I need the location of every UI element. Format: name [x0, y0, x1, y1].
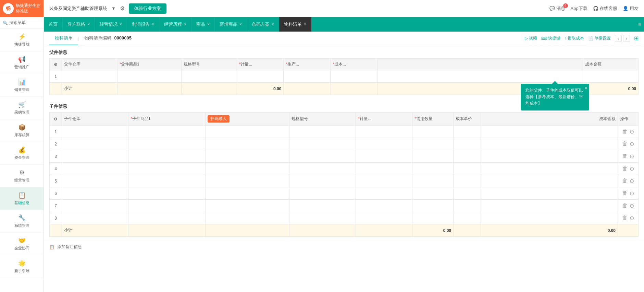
sidebar-item-inventory[interactable]: 📦 库存核算 — [0, 119, 44, 142]
sidebar-item-operations[interactable]: ⚙ 经营管理 — [0, 165, 44, 187]
child-col-gear[interactable]: ⚙ — [50, 113, 62, 126]
child-row-unit[interactable] — [356, 150, 412, 163]
message-badge[interactable]: 💬 6 消息 — [549, 5, 565, 12]
sidebar-item-basic-info[interactable]: 📋 基础信息 — [0, 187, 44, 210]
child-row-warehouse[interactable] — [62, 150, 128, 163]
child-row-product[interactable] — [128, 212, 206, 224]
child-row-unit-cost[interactable] — [454, 187, 481, 200]
delete-icon[interactable]: 🗑 — [622, 190, 628, 197]
child-row-unit-cost[interactable] — [454, 150, 481, 163]
child-row-scan[interactable] — [206, 138, 289, 150]
parent-row-1-spec[interactable] — [181, 70, 237, 83]
tab-customers[interactable]: 客户联络 × — [63, 17, 95, 32]
delete-icon[interactable]: 🗑 — [622, 141, 628, 147]
search-menu[interactable]: 🔍 搜索菜单 — [0, 17, 44, 29]
copy-icon[interactable]: ⊙ — [630, 215, 634, 221]
child-row-unit-cost[interactable] — [454, 138, 481, 150]
child-row-unit[interactable] — [356, 138, 412, 150]
child-row-product[interactable] — [128, 150, 206, 163]
child-row-spec[interactable] — [289, 138, 356, 150]
tab-operations-close[interactable]: × — [120, 22, 122, 27]
child-row-product[interactable] — [128, 163, 206, 175]
sidebar-item-purchase[interactable]: 🛒 采购管理 — [0, 97, 44, 119]
tab-bom-close[interactable]: × — [304, 22, 306, 27]
child-row-spec[interactable] — [289, 200, 356, 212]
copy-icon[interactable]: ⊙ — [630, 202, 634, 209]
sidebar-item-sales[interactable]: 📊 销售管理 — [0, 74, 44, 97]
child-row-quantity[interactable] — [412, 212, 454, 224]
child-row-scan[interactable] — [206, 187, 289, 200]
tab-bom[interactable]: 物料清单 × — [279, 17, 311, 32]
parent-row-1-product[interactable] — [117, 70, 181, 83]
child-row-unit-cost[interactable] — [454, 212, 481, 224]
single-settings-action[interactable]: 📄 单据设置 — [588, 35, 611, 41]
tab-new-product-close[interactable]: × — [239, 22, 242, 27]
scan-button[interactable]: 扫码录入 — [208, 115, 230, 122]
child-row-product[interactable] — [128, 187, 206, 200]
tab-products[interactable]: 商品 × — [191, 17, 215, 32]
child-row-unit-cost[interactable] — [454, 126, 481, 138]
tab-products-close[interactable]: × — [207, 22, 210, 27]
user-avatar[interactable]: 👤 用友 — [623, 5, 639, 12]
child-row-unit-cost[interactable] — [454, 175, 481, 187]
child-row-quantity[interactable] — [412, 150, 454, 163]
tab-barcode-close[interactable]: × — [272, 22, 274, 27]
child-row-spec[interactable] — [289, 150, 356, 163]
child-row-warehouse[interactable] — [62, 163, 128, 175]
tab-barcode[interactable]: 条码方案 × — [247, 17, 279, 32]
child-row-spec[interactable] — [289, 126, 356, 138]
parent-row-1-warehouse[interactable] — [62, 70, 117, 83]
child-row-scan[interactable] — [206, 175, 289, 187]
shortcut-action[interactable]: ⌨ 快捷键 — [541, 35, 560, 41]
sidebar-item-marketing[interactable]: 📢 营销推广 — [0, 51, 44, 74]
parent-row-1-unit[interactable] — [237, 70, 284, 83]
child-row-product[interactable] — [128, 175, 206, 187]
tab-new-product[interactable]: 新增商品 × — [215, 17, 247, 32]
child-row-unit[interactable] — [356, 212, 412, 224]
tab-profit-close[interactable]: × — [152, 22, 154, 27]
delete-icon[interactable]: 🗑 — [622, 165, 628, 172]
child-row-warehouse[interactable] — [62, 200, 128, 212]
child-row-spec[interactable] — [289, 163, 356, 175]
settings-icon[interactable]: ⚙ — [120, 5, 125, 12]
child-row-unit[interactable] — [356, 175, 412, 187]
child-row-quantity[interactable] — [412, 187, 454, 200]
child-row-scan[interactable] — [206, 212, 289, 224]
tab-customers-close[interactable]: × — [87, 22, 90, 27]
child-row-scan[interactable] — [206, 126, 289, 138]
parent-row-1-production[interactable] — [284, 70, 331, 83]
child-row-scan[interactable] — [206, 163, 289, 175]
tab-history[interactable]: 经营历程 × — [159, 17, 191, 32]
child-row-quantity[interactable] — [412, 138, 454, 150]
child-row-quantity[interactable] — [412, 126, 454, 138]
copy-icon[interactable]: ⊙ — [630, 128, 634, 135]
child-row-product[interactable] — [128, 126, 206, 138]
parent-row-1-cost[interactable] — [331, 70, 377, 83]
child-row-unit-cost[interactable] — [454, 163, 481, 175]
delete-icon[interactable]: 🗑 — [622, 215, 628, 221]
child-row-scan[interactable] — [206, 200, 289, 212]
tab-profit[interactable]: 利润报告 × — [127, 17, 159, 32]
parent-col-gear[interactable]: ⚙ — [50, 59, 62, 70]
sidebar-item-finance[interactable]: 💰 资金管理 — [0, 142, 44, 165]
copy-icon[interactable]: ⊙ — [630, 141, 634, 147]
sidebar-item-system[interactable]: 🔧 系统管理 — [0, 210, 44, 233]
copy-icon[interactable]: ⊙ — [630, 190, 634, 197]
tab-operations[interactable]: 经营情况 × — [95, 17, 127, 32]
delete-icon[interactable]: 🗑 — [622, 128, 628, 135]
grid-view-icon[interactable]: ⊞ — [634, 35, 639, 42]
tab-history-close[interactable]: × — [184, 22, 186, 27]
delete-icon[interactable]: 🗑 — [622, 153, 628, 160]
copy-icon[interactable]: ⊙ — [630, 153, 634, 160]
sidebar-item-quick-nav[interactable]: ⚡ 快捷导航 — [0, 29, 44, 51]
delete-icon[interactable]: 🗑 — [622, 202, 628, 209]
child-row-warehouse[interactable] — [62, 138, 128, 150]
child-row-quantity[interactable] — [412, 200, 454, 212]
child-row-warehouse[interactable] — [62, 187, 128, 200]
child-row-product[interactable] — [128, 200, 206, 212]
sidebar-item-guide[interactable]: 🌟 新手引导 — [0, 255, 44, 278]
child-row-unit[interactable] — [356, 200, 412, 212]
nav-next[interactable]: › — [623, 35, 630, 42]
child-row-warehouse[interactable] — [62, 126, 128, 138]
close-all-tabs[interactable]: ≡ — [635, 21, 644, 27]
